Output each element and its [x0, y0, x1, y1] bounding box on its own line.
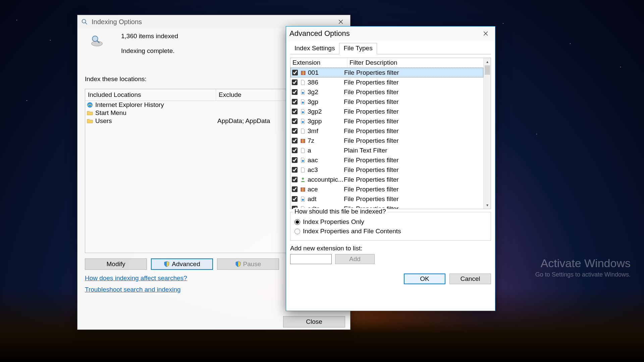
close-dialog-button[interactable]: Close	[283, 316, 345, 327]
file-type-row[interactable]: 3gppFile Properties filter	[290, 116, 483, 126]
file-type-row[interactable]: ac3File Properties filter	[290, 165, 483, 175]
index-mode-legend: How should this file be indexed?	[293, 208, 387, 215]
file-type-checkbox[interactable]	[292, 186, 298, 192]
file-type-checkbox[interactable]	[292, 167, 298, 173]
location-name: Start Menu	[95, 109, 126, 117]
file-type-checkbox[interactable]	[292, 70, 298, 75]
modify-button[interactable]: Modify	[85, 258, 147, 270]
file-type-row[interactable]: aacFile Properties filter	[290, 155, 483, 165]
advanced-options-titlebar[interactable]: Advanced Options	[286, 26, 495, 41]
file-type-checkbox[interactable]	[292, 128, 298, 134]
folder-icon	[87, 118, 93, 124]
file-type-row[interactable]: 3mfFile Properties filter	[290, 126, 483, 136]
location-name: Users	[95, 117, 112, 125]
filter-description: File Properties filter	[344, 108, 483, 115]
archive-icon	[300, 69, 307, 76]
scrollbar[interactable]: ▴ ▾	[483, 58, 491, 209]
filter-description: File Properties filter	[344, 186, 483, 193]
file-type-row[interactable]: 001File Properties filter	[290, 68, 483, 77]
filter-description: File Properties filter	[344, 157, 483, 164]
file-type-row[interactable]: 3gp2File Properties filter	[290, 107, 483, 116]
file-type-row[interactable]: accountpic...File Properties filter	[290, 175, 483, 184]
extension-name: 7z	[308, 137, 314, 144]
add-extension-input[interactable]	[290, 254, 332, 264]
extension-name: 3g2	[308, 88, 318, 96]
scroll-thumb[interactable]	[485, 65, 490, 75]
file-icon	[300, 128, 306, 134]
extension-name: 3mf	[308, 127, 318, 135]
svg-rect-17	[303, 139, 303, 143]
file-type-row[interactable]: aceFile Properties filter	[290, 184, 483, 194]
ok-button[interactable]: OK	[404, 274, 445, 284]
close-icon	[339, 20, 343, 24]
filter-description: File Properties filter	[344, 137, 483, 144]
advanced-button[interactable]: Advanced	[151, 258, 213, 270]
extension-name: ac3	[308, 166, 318, 174]
file-type-checkbox[interactable]	[292, 118, 298, 124]
tab-index-settings[interactable]: Index Settings	[290, 43, 339, 54]
svg-rect-21	[303, 188, 303, 191]
drive-search-icon	[89, 33, 105, 49]
radio-properties-only-label: Index Properties Only	[303, 218, 364, 226]
svg-point-22	[302, 199, 304, 201]
file-type-row[interactable]: 7zFile Properties filter	[290, 136, 483, 145]
tab-file-types[interactable]: File Types	[339, 43, 377, 54]
tab-bar: Index Settings File Types	[290, 43, 491, 54]
svg-point-18	[302, 160, 304, 162]
filter-description: File Properties filter	[344, 195, 483, 203]
file-type-checkbox[interactable]	[292, 109, 298, 114]
pause-button-label: Pause	[243, 260, 261, 268]
filter-description: File Properties filter	[344, 98, 483, 106]
extension-name: ace	[308, 186, 318, 193]
file-type-row[interactable]: adtFile Properties filter	[290, 194, 483, 204]
file-type-checkbox[interactable]	[292, 147, 298, 153]
file-type-checkbox[interactable]	[292, 99, 298, 105]
radio-properties-only-input[interactable]	[294, 219, 300, 225]
scroll-down-icon[interactable]: ▾	[484, 201, 491, 209]
file-type-row[interactable]: 3gpFile Properties filter	[290, 97, 483, 107]
media-icon	[300, 108, 306, 115]
extension-name: accountpic...	[308, 176, 343, 183]
media-icon	[300, 157, 306, 164]
person-icon	[300, 176, 306, 183]
file-type-checkbox[interactable]	[292, 138, 298, 143]
radio-properties-and-contents-input[interactable]	[294, 229, 300, 234]
extension-name: a	[308, 147, 311, 154]
add-extension-button[interactable]: Add	[335, 254, 375, 264]
svg-line-1	[85, 22, 87, 24]
media-icon	[300, 99, 306, 105]
filter-description: File Properties filter	[344, 118, 483, 125]
file-type-row[interactable]: aPlain Text Filter	[290, 145, 483, 155]
svg-point-12	[302, 92, 304, 94]
file-type-checkbox[interactable]	[292, 177, 298, 182]
cancel-button[interactable]: Cancel	[449, 274, 491, 284]
file-type-row[interactable]: 3g2File Properties filter	[290, 87, 483, 97]
radio-properties-only[interactable]: Index Properties Only	[294, 218, 487, 226]
windows-activation-watermark: Activate Windows Go to Settings to activ…	[535, 257, 631, 278]
filter-description: File Properties filter	[344, 88, 483, 96]
column-header-extension[interactable]: Extension	[290, 58, 347, 67]
column-header-included[interactable]: Included Locations	[85, 89, 216, 101]
indexing-options-icon	[81, 18, 88, 25]
archive-icon	[300, 186, 306, 193]
radio-properties-and-contents-label: Index Properties and File Contents	[303, 228, 401, 235]
file-type-row[interactable]: 386File Properties filter	[290, 77, 483, 87]
shield-icon	[235, 261, 241, 267]
svg-point-14	[302, 111, 304, 113]
close-button[interactable]	[333, 16, 348, 27]
file-type-checkbox[interactable]	[292, 79, 298, 85]
file-type-checkbox[interactable]	[292, 196, 298, 202]
scroll-up-icon[interactable]: ▴	[484, 58, 491, 65]
extension-name: adt	[308, 195, 316, 203]
file-type-checkbox[interactable]	[292, 157, 298, 163]
shield-icon	[164, 261, 170, 267]
close-button[interactable]	[478, 28, 493, 39]
file-type-checkbox[interactable]	[292, 89, 298, 95]
watermark-title: Activate Windows	[535, 257, 631, 270]
index-mode-group: How should this file be indexed? Index P…	[290, 212, 491, 241]
column-header-exclude[interactable]: Exclude	[216, 89, 244, 101]
advanced-options-window: Advanced Options Index Settings File Typ…	[286, 26, 495, 311]
media-icon	[300, 118, 306, 125]
column-header-filter[interactable]: Filter Description	[347, 58, 399, 67]
radio-properties-and-contents[interactable]: Index Properties and File Contents	[294, 228, 487, 235]
